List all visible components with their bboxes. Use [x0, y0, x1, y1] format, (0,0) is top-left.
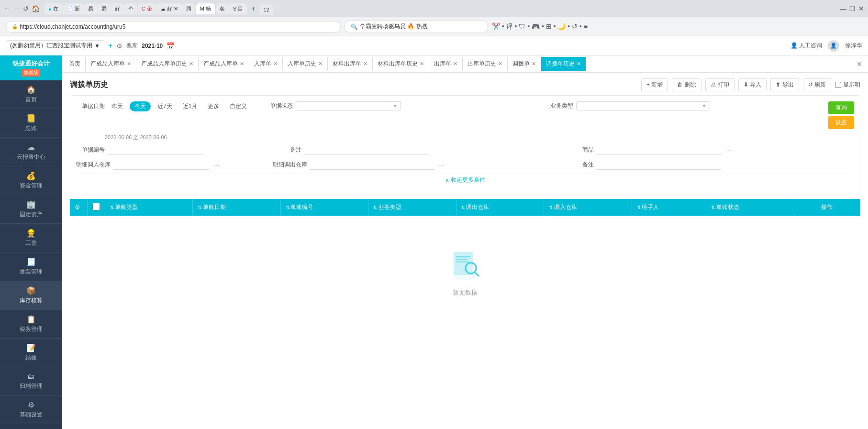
sidebar-item-salary[interactable]: 👷 工资: [0, 224, 62, 253]
date-tab-yesterday[interactable]: 昨天: [108, 101, 127, 111]
nav-back[interactable]: ←: [4, 5, 11, 12]
sidebar-logo[interactable]: 畅捷通好会计 旗舰版: [0, 55, 62, 80]
close-btn[interactable]: ✕: [858, 5, 864, 12]
app-tab-1-close[interactable]: ✕: [127, 61, 131, 67]
new-btn[interactable]: + 新增: [641, 78, 668, 91]
sidebar-item-ledger[interactable]: 📒 总账: [0, 109, 62, 138]
sidebar-item-invoice[interactable]: 🧾 发票管理: [0, 253, 62, 281]
sidebar-item-reports[interactable]: ☁ 云报表中心: [0, 138, 62, 166]
app-tab-3-close[interactable]: ✕: [240, 61, 244, 67]
nav-refresh[interactable]: ↺: [23, 5, 29, 12]
address-bar[interactable]: https://cloud.chanjet.com/accounting/uru…: [20, 23, 334, 30]
query-btn[interactable]: 查询: [828, 101, 854, 114]
th-biz-type[interactable]: ⇅ 业务类型: [368, 199, 456, 216]
nav-home[interactable]: 🏠: [32, 5, 40, 12]
th-settings[interactable]: ⚙: [70, 199, 87, 216]
date-tab-more[interactable]: 更多: [204, 101, 223, 111]
calendar-icon[interactable]: 📅: [167, 42, 175, 50]
app-tab-6-close[interactable]: ✕: [363, 61, 367, 67]
th-checkbox[interactable]: [87, 199, 105, 216]
app-tab-2[interactable]: 产成品入库单历史 ✕: [136, 57, 199, 71]
app-tab-9[interactable]: 出库单历史 ✕: [463, 57, 508, 71]
display-toggle[interactable]: 显示明: [835, 81, 860, 89]
app-tab-3[interactable]: 产成品入库单 ✕: [199, 57, 249, 71]
column-settings-icon[interactable]: ⚙: [75, 204, 80, 211]
app-tab-7[interactable]: 材料出库单历史 ✕: [373, 57, 429, 71]
app-tab-11-close[interactable]: ✕: [577, 61, 581, 67]
sidebar-item-guide[interactable]: 🎓 新手引导: [0, 424, 62, 429]
tab-area-close[interactable]: ✕: [853, 60, 866, 68]
browser-tab-10[interactable]: M 畅: [196, 3, 215, 14]
refresh-btn[interactable]: ↺ 刷新: [803, 78, 831, 91]
app-tab-6[interactable]: 材料出库单 ✕: [328, 57, 373, 71]
browser-tab-2[interactable]: 📄新: [63, 3, 84, 14]
app-tab-7-close[interactable]: ✕: [420, 61, 424, 67]
sidebar-item-home[interactable]: 🏠 首页: [0, 80, 62, 109]
company-selector[interactable]: (勿删勿禁用）江西服宝测试专用 ▼: [6, 40, 104, 51]
out-warehouse-input[interactable]: [310, 160, 434, 170]
add-company-btn[interactable]: +: [108, 42, 112, 50]
date-tab-7days[interactable]: 近7天: [154, 101, 176, 111]
goods-input[interactable]: [597, 145, 721, 155]
browser-tab-7[interactable]: C 企: [138, 3, 156, 14]
delete-btn[interactable]: 🗑 删除: [672, 78, 701, 91]
in-warehouse-input[interactable]: [113, 160, 209, 170]
sidebar-item-funds[interactable]: 💰 资金管理: [0, 166, 62, 195]
th-doc-date[interactable]: ⇅ 单账日期: [193, 199, 281, 216]
date-tab-1month[interactable]: 近1月: [179, 101, 201, 111]
browser-tab-11[interactable]: 各: [216, 3, 229, 14]
browser-tab-12[interactable]: S 目: [229, 3, 247, 14]
sidebar-item-tax[interactable]: 📋 税务管理: [0, 310, 62, 339]
in-warehouse-dots[interactable]: ···: [214, 161, 220, 169]
sidebar-item-assets[interactable]: 🏢 固定资产: [0, 195, 62, 224]
app-tab-5[interactable]: 入库单历史 ✕: [283, 57, 328, 71]
app-tab-10[interactable]: 调拨单 ✕: [508, 57, 541, 71]
remark-input[interactable]: [304, 145, 429, 155]
browser-tab-4[interactable]: 易: [98, 3, 111, 14]
collapse-btn[interactable]: ∧ 收起更多条件: [445, 176, 485, 184]
browser-tab-9[interactable]: 腾: [182, 3, 195, 14]
date-tab-today[interactable]: 今天: [130, 101, 151, 111]
sidebar-item-close[interactable]: 📝 结账: [0, 339, 62, 367]
settings-icon[interactable]: ⚙: [116, 42, 122, 50]
th-handler[interactable]: ⇅ 经手人: [632, 199, 706, 216]
app-tab-9-close[interactable]: ✕: [498, 61, 502, 67]
setting-btn[interactable]: 设置: [828, 116, 854, 129]
minimize-btn[interactable]: —: [840, 5, 846, 12]
app-tab-4[interactable]: 入库单 ✕: [249, 57, 283, 71]
goods-dots[interactable]: ···: [726, 146, 732, 154]
browser-tab-8[interactable]: ☁ 好 ✕: [156, 3, 182, 14]
app-tab-11[interactable]: 调拨单历史 ✕: [541, 57, 586, 71]
sidebar-item-archive[interactable]: 🗂 归档管理: [0, 367, 62, 396]
consultant-btn[interactable]: 👤 人工咨询: [790, 42, 822, 50]
remark2-input[interactable]: [597, 160, 721, 170]
browser-tab-1[interactable]: ●在: [45, 3, 62, 14]
export-btn[interactable]: ⬆ 导出: [770, 78, 799, 91]
app-tab-8[interactable]: 出库单 ✕: [429, 57, 463, 71]
app-tab-home[interactable]: 首页: [64, 57, 86, 71]
app-tab-2-close[interactable]: ✕: [189, 61, 193, 67]
browser-tab-6[interactable]: 个: [124, 3, 137, 14]
import-btn[interactable]: ⬇ 导入: [738, 78, 767, 91]
app-tab-5-close[interactable]: ✕: [318, 61, 323, 67]
biz-type-select[interactable]: ▼: [576, 101, 710, 110]
th-doc-type[interactable]: ⇅ 单账类型: [105, 199, 193, 216]
new-tab-btn[interactable]: +: [247, 3, 259, 14]
sidebar-item-inventory[interactable]: 📦 库存核算: [0, 281, 62, 310]
display-checkbox[interactable]: [835, 82, 841, 88]
status-select[interactable]: ▼: [296, 101, 401, 110]
print-btn[interactable]: 🖨 打印: [705, 78, 734, 91]
search-bar[interactable]: 学霸应聘场驱鸟员 🔥 热搜: [360, 22, 428, 31]
th-out-warehouse[interactable]: ⇅ 调出仓库: [456, 199, 544, 216]
sidebar-item-settings[interactable]: ⚙ 基础设置: [0, 396, 62, 424]
browser-tab-5[interactable]: 好: [111, 3, 124, 14]
out-warehouse-dots[interactable]: ···: [439, 161, 445, 169]
th-in-warehouse[interactable]: ⇅ 调入仓库: [544, 199, 632, 216]
select-all-checkbox[interactable]: [92, 203, 100, 210]
maximize-btn[interactable]: ❐: [849, 5, 856, 12]
app-tab-8-close[interactable]: ✕: [453, 61, 457, 67]
browser-tab-3[interactable]: 易: [84, 3, 97, 14]
th-doc-no[interactable]: ⇅ 单账编号: [280, 199, 368, 216]
nav-forward[interactable]: →: [13, 5, 20, 12]
date-tab-custom[interactable]: 自定义: [226, 101, 251, 111]
